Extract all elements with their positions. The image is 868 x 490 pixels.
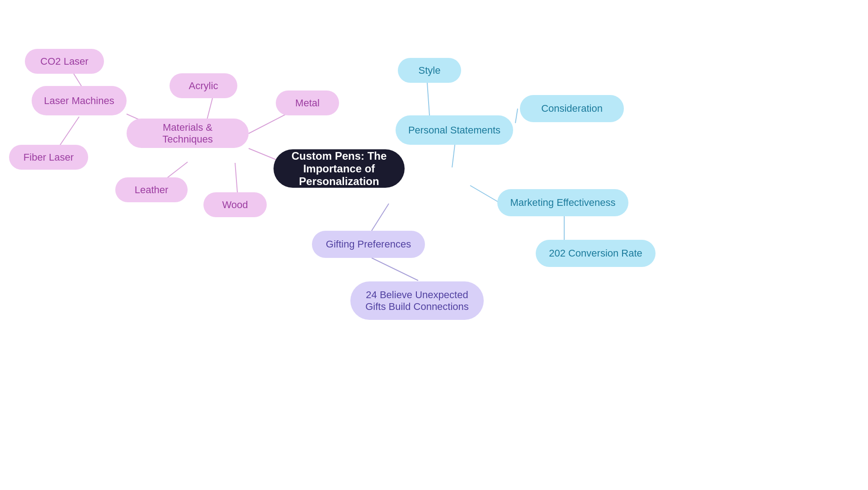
svg-line-9 <box>427 83 429 115</box>
personal-statements-node: Personal Statements <box>396 115 513 145</box>
materials-node: Materials & Techniques <box>127 119 249 148</box>
svg-line-14 <box>372 258 418 281</box>
wood-node: Wood <box>203 192 267 217</box>
svg-line-10 <box>515 109 518 123</box>
gifting-preferences-node: Gifting Preferences <box>312 231 425 258</box>
svg-line-7 <box>235 163 237 192</box>
laser-machines-node: Laser Machines <box>32 86 127 115</box>
consideration-node: Consideration <box>520 95 624 122</box>
fiber-laser-node: Fiber Laser <box>9 145 88 170</box>
conversion-rate-node: 202 Conversion Rate <box>536 240 656 267</box>
metal-node: Metal <box>276 90 339 115</box>
co2-laser-node: CO2 Laser <box>25 49 104 74</box>
style-node: Style <box>398 58 461 83</box>
svg-line-13 <box>372 204 389 231</box>
unexpected-gifts-node: 24 Believe Unexpected Gifts Build Connec… <box>350 281 484 320</box>
center-node: Custom Pens: The Importance of Personali… <box>274 149 405 188</box>
svg-line-11 <box>470 186 500 203</box>
acrylic-node: Acrylic <box>170 73 237 98</box>
marketing-effectiveness-node: Marketing Effectiveness <box>497 189 628 216</box>
leather-node: Leather <box>115 177 188 202</box>
